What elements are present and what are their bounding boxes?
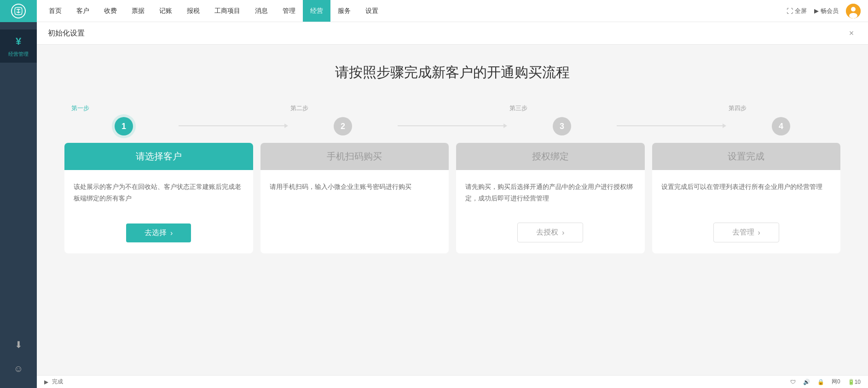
card-4-body-text: 设置完成后可以在管理列表进行所有企业用户的经营管理 xyxy=(661,183,822,190)
sidebar-bottom: ⬇ ☺ xyxy=(0,333,37,388)
fullscreen-label: 全屏 xyxy=(795,7,807,15)
shield-icon: 🛡 xyxy=(790,379,796,385)
card-4: 设置完成 设置完成后可以在管理列表进行所有企业用户的经营管理 去管理 › xyxy=(652,143,841,253)
step-3-circle: 3 xyxy=(553,117,571,135)
wizard-content: 请按照步骤完成新客户的开通购买流程 第一步 1 第二步 2 xyxy=(37,45,868,375)
step-1-wrapper: 第一步 1 xyxy=(69,104,179,135)
nav-message[interactable]: 消息 xyxy=(248,0,275,22)
go-manage-button[interactable]: 去管理 › xyxy=(713,223,779,242)
card-1-body: 该处展示的客户为不在回收站、客户状态正常建账后完成老板端绑定的所有客户 xyxy=(64,170,253,216)
arrow-right-icon-3: › xyxy=(758,229,760,237)
sidebar: ¥ 经营管理 ⬇ ☺ xyxy=(0,22,37,388)
nav-manage[interactable]: 管理 xyxy=(275,0,303,22)
steps-row: 第一步 1 第二步 2 xyxy=(64,104,840,135)
content-header: 初始化设置 × xyxy=(37,22,868,45)
main-layout: ¥ 经营管理 ⬇ ☺ 初始化设置 × 请按照步骤完成新客户的开通购买流程 xyxy=(0,22,868,388)
card-3: 授权绑定 请先购买，购买后选择开通的产品中的企业用户进行授权绑定，成功后即可进行… xyxy=(456,143,645,253)
step-4-wrapper: 第四步 4 xyxy=(726,104,836,135)
go-authorize-button[interactable]: 去授权 › xyxy=(517,223,583,242)
card-2-title: 手机扫码购买 xyxy=(327,151,382,161)
step-1-circle: 1 xyxy=(115,117,133,135)
status-bar: ▶ 完成 🛡 🔊 🔒 网0 🔋10 xyxy=(37,375,868,388)
card-2-body: 请用手机扫码，输入小微企业主账号密码进行购买 xyxy=(260,170,449,235)
fullscreen-button[interactable]: ⛶ 全屏 xyxy=(787,7,807,15)
nav-account[interactable]: 记账 xyxy=(152,0,179,22)
svg-point-1 xyxy=(851,7,856,12)
card-3-header: 授权绑定 xyxy=(456,143,645,170)
card-1-body-text: 该处展示的客户为不在回收站、客户状态正常建账后完成老板端绑定的所有客户 xyxy=(74,183,241,202)
page-title: 初始化设置 xyxy=(48,29,85,38)
content-area: 初始化设置 × 请按照步骤完成新客户的开通购买流程 第一步 1 xyxy=(37,22,868,388)
sidebar-item-operation[interactable]: ¥ 经营管理 xyxy=(0,29,37,63)
nav-home[interactable]: 首页 xyxy=(41,0,69,22)
card-3-footer: 去授权 › xyxy=(456,215,645,253)
member-label: 畅会员 xyxy=(821,7,839,15)
nav-customer[interactable]: 客户 xyxy=(69,0,97,22)
play-icon: ▶ xyxy=(814,7,819,14)
step-3-label: 第三步 xyxy=(509,104,527,112)
card-2-footer xyxy=(260,235,449,253)
card-3-body-text: 请先购买，购买后选择开通的产品中的企业用户进行授权绑定，成功后即可进行经营管理 xyxy=(465,183,633,202)
network-status: 网0 xyxy=(832,378,840,386)
sidebar-item-support[interactable]: ☺ xyxy=(0,357,37,381)
volume-icon: 🔊 xyxy=(803,379,810,385)
svg-point-2 xyxy=(849,13,857,18)
card-3-title: 授权绑定 xyxy=(532,151,569,161)
close-button[interactable]: × xyxy=(846,28,857,39)
arrow-right-icon: › xyxy=(170,229,173,237)
status-label: 完成 xyxy=(52,378,63,386)
card-3-body: 请先购买，购买后选择开通的产品中的企业用户进行授权绑定，成功后即可进行经营管理 xyxy=(456,170,645,215)
connector-2-3 xyxy=(398,123,507,128)
nav-service[interactable]: 服务 xyxy=(330,0,358,22)
step-2-wrapper: 第二步 2 xyxy=(288,104,398,135)
card-1-title: 请选择客户 xyxy=(136,151,182,161)
step-1-label: 第一步 xyxy=(71,104,89,112)
card-2-header: 手机扫码购买 xyxy=(260,143,449,170)
sidebar-item-label: 经营管理 xyxy=(8,51,29,57)
battery-icon: 🔋10 xyxy=(848,379,861,385)
card-2: 手机扫码购买 请用手机扫码，输入小微企业主账号密码进行购买 xyxy=(260,143,449,253)
card-4-body: 设置完成后可以在管理列表进行所有企业用户的经营管理 xyxy=(652,170,841,215)
cards-container: 请选择客户 该处展示的客户为不在回收站、客户状态正常建账后完成老板端绑定的所有客… xyxy=(64,143,840,253)
avatar[interactable] xyxy=(846,4,861,18)
go-select-label: 去选择 xyxy=(145,228,167,238)
nav-right: ⛶ 全屏 ▶ 畅会员 xyxy=(787,4,868,18)
go-authorize-label: 去授权 xyxy=(536,228,558,237)
go-manage-label: 去管理 xyxy=(732,228,754,237)
card-4-header: 设置完成 xyxy=(652,143,841,170)
card-4-footer: 去管理 › xyxy=(652,215,841,253)
nav-tax[interactable]: 报税 xyxy=(179,0,207,22)
yuan-icon: ¥ xyxy=(12,35,25,48)
download-icon: ⬇ xyxy=(12,338,25,351)
step-4-circle: 4 xyxy=(772,117,790,135)
card-1-header: 请选择客户 xyxy=(64,143,253,170)
nav-fee[interactable]: 收费 xyxy=(97,0,124,22)
connector-3-4 xyxy=(617,123,726,128)
status-bar-left: ▶ 完成 xyxy=(44,378,63,386)
status-bar-right: 🛡 🔊 🔒 网0 🔋10 xyxy=(790,378,861,386)
step-2-circle: 2 xyxy=(334,117,352,135)
arrow-right-icon-2: › xyxy=(562,229,564,237)
wizard-title: 请按照步骤完成新客户的开通购买流程 xyxy=(64,63,840,82)
nav-business[interactable]: 工商项目 xyxy=(207,0,248,22)
logo-icon xyxy=(11,4,26,18)
nav-items: 首页 客户 收费 票据 记账 报税 工商项目 消息 管理 经营 服务 设置 xyxy=(37,0,787,22)
member-button[interactable]: ▶ 畅会员 xyxy=(814,7,839,15)
card-2-body-text: 请用手机扫码，输入小微企业主账号密码进行购买 xyxy=(270,183,411,190)
go-select-button[interactable]: 去选择 › xyxy=(126,223,191,242)
nav-settings[interactable]: 设置 xyxy=(358,0,386,22)
card-1-footer: 去选择 › xyxy=(64,216,253,253)
sidebar-item-download[interactable]: ⬇ xyxy=(0,333,37,357)
card-4-title: 设置完成 xyxy=(728,151,764,161)
nav-bill[interactable]: 票据 xyxy=(124,0,152,22)
nav-operation[interactable]: 经营 xyxy=(303,0,330,22)
support-icon: ☺ xyxy=(12,362,25,375)
card-1: 请选择客户 该处展示的客户为不在回收站、客户状态正常建账后完成老板端绑定的所有客… xyxy=(64,143,253,253)
step-3-wrapper: 第三步 3 xyxy=(507,104,617,135)
fullscreen-icon: ⛶ xyxy=(787,7,793,15)
step-2-label: 第二步 xyxy=(290,104,308,112)
play-status-icon: ▶ xyxy=(44,379,48,385)
logo-area xyxy=(0,0,37,22)
lock-icon: 🔒 xyxy=(817,379,824,385)
step-4-label: 第四步 xyxy=(729,104,746,112)
